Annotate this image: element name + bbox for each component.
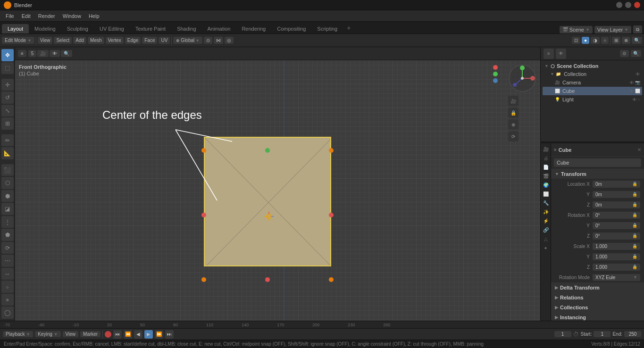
vertex-left-mid[interactable]	[201, 213, 206, 217]
tab-uv-editing[interactable]: UV Editing	[94, 24, 130, 33]
scale-tool[interactable]: ⤡	[1, 105, 14, 117]
object-props-button[interactable]: ⬜	[542, 190, 550, 198]
select-menu-button[interactable]: Select	[54, 37, 72, 44]
overlay-toggle[interactable]: ⊞	[612, 37, 620, 44]
camera-view-button[interactable]: 🎥	[508, 96, 519, 106]
relations-header[interactable]: ▶ Relations	[551, 293, 644, 302]
delta-transform-header[interactable]: ▶ Delta Transform	[551, 283, 644, 292]
menu-render[interactable]: Render	[34, 12, 59, 20]
rotate-tool[interactable]: ↺	[1, 91, 14, 104]
walkthrough-button[interactable]: 👁	[50, 50, 60, 57]
playback-menu[interactable]: Playback ▼	[3, 331, 33, 337]
mesh-menu-button[interactable]: Mesh	[88, 37, 104, 44]
mode-select-dropdown[interactable]: Edit Mode ▼	[2, 37, 34, 44]
wireframe-button[interactable]: ⊡	[572, 37, 580, 44]
transform-header[interactable]: ▼ Transform	[551, 169, 644, 179]
vertex-bl[interactable]	[201, 277, 206, 282]
snap-button[interactable]: ⋈	[214, 37, 223, 44]
physics-props-button[interactable]: ⚡	[542, 216, 550, 225]
view-menu[interactable]: View	[63, 331, 79, 337]
vertex-right-mid[interactable]	[329, 213, 334, 217]
start-frame-input[interactable]: 1	[594, 331, 611, 337]
rotation-x-value[interactable]: 0° 🔒	[593, 212, 640, 219]
scale-y-value[interactable]: 1.000 🔒	[593, 253, 640, 260]
rotation-z-value[interactable]: 0° 🔒	[593, 232, 640, 240]
add-menu-button[interactable]: Add	[73, 37, 86, 44]
scale-z-value[interactable]: 1.000 🔒	[593, 264, 640, 271]
vertex-br[interactable]	[329, 277, 334, 282]
rendered-shading-button[interactable]: ○	[601, 37, 609, 44]
viewport-lock-button[interactable]: 🔒	[508, 108, 519, 118]
move-tool[interactable]: ✛	[1, 79, 14, 91]
add-cube-tool[interactable]: ⬛	[1, 164, 14, 176]
collection-eye[interactable]: 👁	[636, 72, 640, 77]
bevel-tool[interactable]: ◪	[1, 203, 14, 215]
output-props-button[interactable]: 🖨	[542, 154, 550, 162]
viewport[interactable]: ≡ 5 🎥 👁 🔍 Front Orthographic (1) Cube Ce…	[15, 47, 540, 321]
cube-eye[interactable]: 👁	[629, 89, 634, 94]
extrude-tool[interactable]: ⬡	[1, 177, 14, 189]
marker-menu[interactable]: Marker	[80, 331, 100, 337]
light-item[interactable]: 💡 Light 👁 ○	[543, 95, 642, 104]
camera-item[interactable]: 🎥 Camera 👁 📷	[543, 78, 642, 87]
rotation-y-value[interactable]: 0° 🔒	[593, 222, 640, 229]
record-button[interactable]	[105, 331, 111, 338]
end-frame-input[interactable]: 250	[624, 331, 641, 337]
light-eye[interactable]: 👁	[632, 97, 637, 102]
uv-menu-button[interactable]: UV	[159, 37, 170, 44]
particles-props-button[interactable]: ✨	[542, 207, 550, 216]
step-back-button[interactable]: ⏪	[124, 330, 132, 339]
jump-start-button[interactable]: ⏮	[113, 330, 122, 339]
flythrough-button[interactable]: 🔍	[61, 50, 72, 57]
camera-perspective-button[interactable]: 5	[28, 50, 37, 57]
cube-render-vis[interactable]: ⬜	[635, 89, 640, 93]
camera-ortho-button[interactable]: 🎥	[37, 50, 49, 57]
play-forward-button[interactable]: ▶	[144, 330, 153, 339]
transform-space-dropdown[interactable]: ⊕ Global ▼	[173, 37, 202, 44]
proportional-button[interactable]: ◎	[225, 37, 234, 44]
tab-shading[interactable]: Shading	[171, 24, 201, 33]
vertex-top-mid[interactable]	[265, 148, 270, 153]
keying-menu[interactable]: Keying ▼	[35, 331, 60, 337]
solid-shading-button[interactable]: ●	[582, 37, 589, 44]
zoom-extent-button[interactable]: ⊕	[508, 119, 519, 130]
cube-item[interactable]: ⬜ Cube 👁 ⬜	[543, 87, 642, 95]
vertex-tr[interactable]	[329, 148, 334, 153]
face-menu-button[interactable]: Face	[142, 37, 157, 44]
instancing-header[interactable]: ▶ Instancing	[551, 313, 644, 321]
vertex-bottom-mid[interactable]	[265, 277, 270, 282]
material-shading-button[interactable]: ◑	[591, 37, 600, 44]
current-frame-input[interactable]: 1	[554, 331, 571, 337]
camera-eye[interactable]: 👁	[629, 80, 634, 85]
tab-compositing[interactable]: Compositing	[271, 24, 311, 33]
location-z-value[interactable]: 0m 🔒	[593, 201, 640, 208]
close-button[interactable]	[634, 2, 640, 8]
select-box-tool[interactable]: ⬚	[1, 62, 14, 75]
measure-tool[interactable]: 📐	[1, 147, 14, 159]
new-window-button[interactable]: ⧉	[633, 25, 642, 33]
minimize-button[interactable]	[616, 2, 622, 8]
location-x-value[interactable]: 0m 🔒	[593, 181, 640, 188]
tab-texture-paint[interactable]: Texture Paint	[130, 24, 171, 33]
spin-tool[interactable]: ⟳	[1, 242, 14, 254]
inset-tool[interactable]: ⬢	[1, 190, 14, 202]
data-props-button[interactable]: △	[542, 234, 550, 243]
outliner-filter[interactable]: ⚙	[620, 50, 629, 57]
world-props-button[interactable]: 🌍	[542, 181, 550, 189]
poly-build-tool[interactable]: ⬟	[1, 229, 14, 241]
edge-slide-tool[interactable]: ↔	[1, 268, 14, 280]
light-render-vis[interactable]: ○	[638, 97, 640, 102]
render-props-button[interactable]: 🎥	[542, 145, 550, 153]
loop-cut-tool[interactable]: ⋮	[1, 216, 14, 228]
tab-sculpting[interactable]: Sculpting	[61, 24, 94, 33]
vertex-menu-button[interactable]: Vertex	[106, 37, 124, 44]
cursor-tool[interactable]: ✥	[1, 49, 14, 61]
outliner-menu-button[interactable]: ≡	[544, 49, 554, 59]
to-sphere-tool[interactable]: ◯	[1, 307, 14, 319]
scale-x-value[interactable]: 1.000 🔒	[593, 243, 640, 250]
constraints-props-button[interactable]: 🔗	[542, 225, 550, 234]
collection-item[interactable]: ▼ 📁 Collection 👁	[543, 70, 642, 78]
search-button[interactable]: 🔍	[632, 37, 642, 44]
view-toggle-button[interactable]: ⟳	[508, 131, 519, 141]
props-close-button[interactable]: ✕	[637, 147, 641, 152]
